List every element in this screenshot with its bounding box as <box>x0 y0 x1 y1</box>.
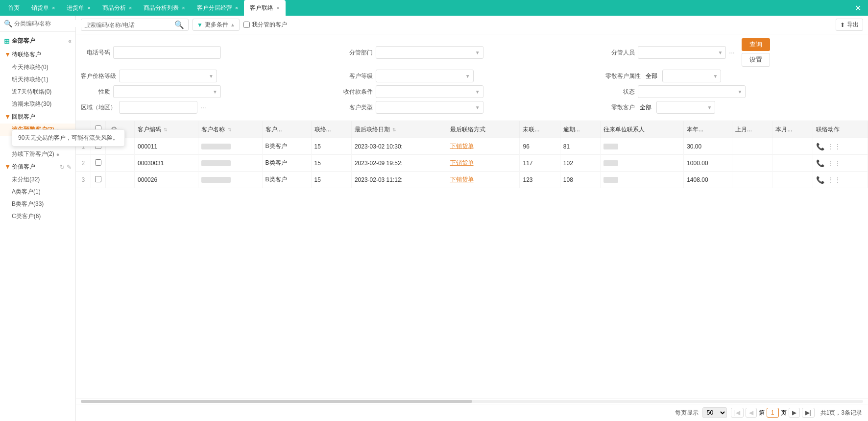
tab-customer-segment-close[interactable]: × <box>235 5 238 11</box>
select-type[interactable]: ▼ <box>376 101 483 114</box>
tab-bar-close[interactable]: ✕ <box>850 3 866 13</box>
cell-gear <box>105 172 135 188</box>
sidebar-item-c-class[interactable]: C类客户(6) <box>0 210 75 223</box>
col-header-type: 客户... <box>262 121 311 138</box>
label-price-grade: 客户价格等级 <box>81 72 116 80</box>
select-region[interactable] <box>119 101 197 114</box>
search-combo: 🔍 <box>81 19 189 31</box>
row-checkbox[interactable] <box>95 159 101 166</box>
action-phone-icon[interactable]: 📞 <box>816 176 824 184</box>
adv-filter-panel: 电话号码 分管部门 ▼ 分管人员 ▼ ··· <box>76 34 868 121</box>
cell-gear <box>105 138 135 155</box>
sidebar-item-declining[interactable]: 持续下滑客户(2) ● <box>0 148 75 160</box>
action-more-icon[interactable]: ⋮⋮ <box>827 159 841 167</box>
pager-prev[interactable]: ◀ <box>746 408 757 418</box>
col-header-name[interactable]: 客户名称 ⇅ <box>198 121 262 138</box>
action-phone-icon[interactable]: 📞 <box>816 143 824 150</box>
sidebar-item-7days[interactable]: 近7天待联络(0) <box>0 86 75 98</box>
triangle-icon: ▶ <box>5 53 11 57</box>
dots-person[interactable]: ··· <box>729 49 735 56</box>
select-scatter-attr[interactable]: ▼ <box>662 70 721 82</box>
row-checkbox[interactable] <box>95 176 101 182</box>
sidebar-search-input[interactable] <box>14 20 88 27</box>
select-all-checkbox[interactable] <box>95 125 101 132</box>
tab-goods-analysis-list[interactable]: 商品分析列表 × <box>138 0 191 16</box>
sidebar-group-pending[interactable]: ▶ 待联络客户 <box>0 48 75 61</box>
tab-goods-analysis[interactable]: 商品分析 × <box>96 0 138 16</box>
sidebar-group-churn[interactable]: ▶ 回脱客户 <box>0 110 75 124</box>
sidebar-item-ungrouped[interactable]: 未分组(32) <box>0 173 75 186</box>
sidebar-all-customers[interactable]: ⊞ 全部客户 « <box>0 34 75 48</box>
sidebar-item-churned[interactable]: 已流失客户(24) ● <box>0 136 75 148</box>
tab-goods-analysis-list-close[interactable]: × <box>182 5 185 11</box>
cell-action: 📞 ⋮⋮ <box>813 138 868 155</box>
query-button[interactable]: 查询 <box>742 38 770 51</box>
col-header-code[interactable]: 客户编码 ⇅ <box>135 121 198 138</box>
dots-region[interactable]: ··· <box>200 103 206 111</box>
settings-button[interactable]: 设置 <box>742 53 770 67</box>
search-button[interactable]: 🔍 <box>173 20 185 29</box>
last-way-link[interactable]: 下销货单 <box>450 176 474 183</box>
cell-contact: 15 <box>311 155 351 172</box>
select-payment[interactable]: ▼ <box>376 85 483 98</box>
select-grade[interactable]: ▼ <box>376 70 474 82</box>
export-button[interactable]: ⬆ 导出 <box>836 19 863 31</box>
tab-home[interactable]: 首页 <box>2 0 25 16</box>
action-more-icon[interactable]: ⋮⋮ <box>827 176 841 184</box>
select-scatter[interactable]: ▼ <box>656 101 715 114</box>
sidebar-group-value[interactable]: ▶ 价值客户 ↻ ✎ <box>0 160 75 173</box>
select-status[interactable]: ▼ <box>638 85 746 98</box>
sidebar-item-a-class[interactable]: A类客户(1) <box>0 186 75 198</box>
tab-sales-close[interactable]: × <box>52 5 55 11</box>
last-way-link[interactable]: 下销货单 <box>450 159 474 166</box>
blurred-name <box>201 177 231 183</box>
tab-goods-analysis-close[interactable]: × <box>129 5 132 11</box>
per-page-select[interactable]: 50 100 <box>702 407 727 418</box>
tab-purchase-close[interactable]: × <box>87 5 90 11</box>
tab-customer-contact[interactable]: 客户联络 × <box>244 0 285 16</box>
sidebar-item-churn-warning[interactable]: 流失预警客户(3) ● <box>0 124 75 136</box>
sidebar-item-b-class[interactable]: B类客户(33) <box>0 198 75 210</box>
search-input[interactable] <box>84 22 173 28</box>
select-person[interactable]: ▼ <box>638 46 726 59</box>
tab-purchase[interactable]: 进货单 × <box>61 0 96 16</box>
edit-icon[interactable]: ✎ <box>67 164 72 171</box>
pager-last[interactable]: ▶| <box>802 408 815 418</box>
col-header-last-date[interactable]: 最后联络日期 ⇅ <box>351 121 447 138</box>
cell-check <box>91 138 105 155</box>
cell-last-date: 2023-03-02 10:30: <box>351 138 447 155</box>
tab-customer-contact-close[interactable]: × <box>276 5 279 11</box>
sidebar-search-area: 🔍 <box>0 16 75 32</box>
pager-first[interactable]: |◀ <box>731 408 744 418</box>
cell-this-year: 1408.00 <box>684 172 732 188</box>
select-dept[interactable]: ▼ <box>376 46 483 59</box>
cell-uncontact: 117 <box>520 155 560 172</box>
horizontal-scrollbar[interactable] <box>76 398 868 404</box>
cell-check <box>91 155 105 172</box>
more-filter-button[interactable]: ▼ 更多条件 ▲ <box>193 19 240 31</box>
select-nature[interactable]: ▼ <box>113 85 221 98</box>
action-more-icon[interactable]: ⋮⋮ <box>827 143 841 150</box>
last-way-link[interactable]: 下销货单 <box>450 143 474 149</box>
tab-bar: 首页 销货单 × 进货单 × 商品分析 × 商品分析列表 × 客户分层经营 × … <box>0 0 868 16</box>
export-icon: ⬆ <box>840 22 845 28</box>
refresh-icon[interactable]: ↻ <box>60 164 65 171</box>
select-price-grade[interactable]: ▼ <box>119 70 217 82</box>
input-phone[interactable] <box>113 46 221 59</box>
label-status: 状态 <box>605 88 635 96</box>
row-checkbox[interactable] <box>95 143 101 149</box>
sidebar-item-tomorrow[interactable]: 明天待联络(1) <box>0 74 75 86</box>
tab-customer-segment[interactable]: 客户分层经营 × <box>191 0 244 16</box>
my-customer-checkbox-area[interactable]: 我分管的客户 <box>243 21 287 29</box>
sidebar-item-today[interactable]: 今天待联络(0) <box>0 61 75 74</box>
sidebar-item-overdue[interactable]: 逾期未联络(30) <box>0 98 75 110</box>
gear-icon[interactable]: ⚙ <box>109 123 119 135</box>
my-customer-checkbox[interactable] <box>243 22 250 28</box>
filter-icon: ▼ <box>197 22 203 28</box>
blurred-unit <box>603 144 618 149</box>
pager-next[interactable]: ▶ <box>789 408 800 418</box>
blurred-unit <box>603 177 618 183</box>
action-phone-icon[interactable]: 📞 <box>816 159 824 167</box>
caret-payment: ▼ <box>475 89 480 95</box>
tab-sales[interactable]: 销货单 × <box>25 0 61 16</box>
